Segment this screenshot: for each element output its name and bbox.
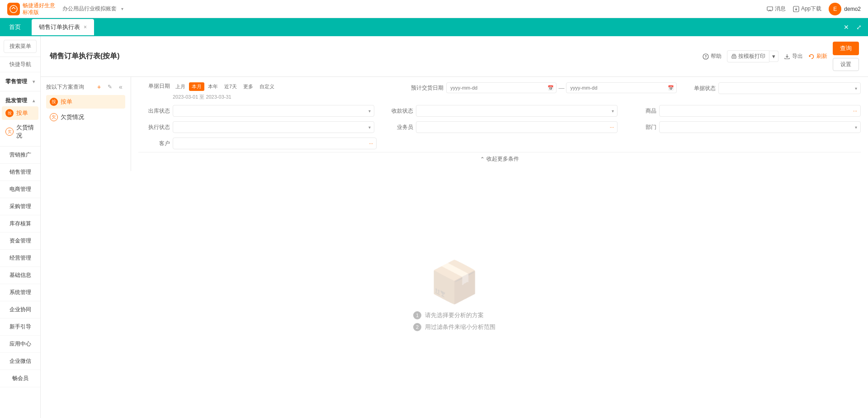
date-tab-this-year[interactable]: 本年 xyxy=(205,82,221,91)
filter-scheme-panel: 按以下方案查询 + ✎ « 按 按单 欠 欠货情况 xyxy=(41,77,131,171)
dept-select[interactable] xyxy=(659,121,861,133)
download-icon xyxy=(793,6,799,12)
date-sep: — xyxy=(558,85,564,91)
date-tab-custom[interactable]: 自定义 xyxy=(257,82,277,91)
date-tab-this-month[interactable]: 本月 xyxy=(189,82,204,91)
logo-icon xyxy=(7,3,20,15)
sidebar-item-finance[interactable]: 资金管理 xyxy=(0,233,40,250)
empty-illustration: 📦 xyxy=(429,258,480,306)
sidebar-item-newbie[interactable]: 新手引导 xyxy=(0,318,40,336)
edit-scheme-button[interactable]: ✎ xyxy=(105,82,114,91)
help-button[interactable]: 帮助 xyxy=(703,52,722,60)
expected-to-wrap: 📅 xyxy=(566,82,676,93)
dept-label: 部门 xyxy=(625,124,656,131)
payment-control: ▾ xyxy=(416,105,618,117)
print-button[interactable]: 按模板打印 xyxy=(727,50,769,62)
payment-label: 收款状态 xyxy=(382,107,413,115)
main-layout: 搜索菜单 快捷导航 零售管理 ▾ 批发管理 ▴ 按 按单 欠 欠货情况 xyxy=(0,36,868,418)
topbar-right: 消息 App下载 E demo2 xyxy=(767,3,861,15)
date-tab-more[interactable]: 更多 xyxy=(241,82,256,91)
sidebar: 搜索菜单 快捷导航 零售管理 ▾ 批发管理 ▴ 按 按单 欠 欠货情况 xyxy=(0,36,41,418)
sidebar-item-ecommerce[interactable]: 电商管理 xyxy=(0,181,40,198)
payment-select[interactable] xyxy=(416,105,618,117)
svg-rect-6 xyxy=(733,57,735,57)
status-select[interactable] xyxy=(718,82,861,94)
messages-button[interactable]: 消息 xyxy=(767,5,786,13)
search-menu-button[interactable]: 搜索菜单 xyxy=(4,40,37,53)
title-dropdown-icon[interactable]: ▾ xyxy=(121,6,123,11)
topbar-left: 畅捷通好生意 标准版 办公用品行业模拟账套 ▾ xyxy=(7,2,123,15)
customer-control: ··· xyxy=(173,138,377,149)
sidebar-item-system[interactable]: 系统管理 xyxy=(0,284,40,301)
sidebar-item-corp[interactable]: 企业协同 xyxy=(0,301,40,318)
user-profile[interactable]: E demo2 xyxy=(829,3,861,15)
goods-filter: 商品 ··· xyxy=(625,105,861,117)
sidebar-item-order[interactable]: 按 按单 xyxy=(2,106,38,120)
delivery-select[interactable] xyxy=(173,105,374,117)
customer-label: 客户 xyxy=(138,140,170,147)
salesman-input[interactable] xyxy=(416,121,618,133)
sidebar-item-marketing[interactable]: 营销推广 xyxy=(0,147,40,164)
sidebar-item-operation[interactable]: 经营管理 xyxy=(0,250,40,267)
sidebar-section-wholesale-header[interactable]: 批发管理 ▴ xyxy=(2,95,38,106)
sidebar-item-sales[interactable]: 销售管理 xyxy=(0,164,40,181)
sidebar-item-app-center[interactable]: 应用中心 xyxy=(0,336,40,353)
scheme-item-order[interactable]: 按 按单 xyxy=(46,95,125,109)
scheme-actions: + ✎ « xyxy=(94,82,125,91)
sidebar-item-debt[interactable]: 欠 欠货情况 xyxy=(2,121,38,142)
tab-active[interactable]: 销售订单执行表 × xyxy=(32,19,94,35)
date-filter-group: 单据日期 上月 本月 本年 近7天 更多 自定义 20 xyxy=(138,82,404,100)
query-button[interactable]: 查询 xyxy=(833,42,859,55)
window-expand-button[interactable]: ⤢ xyxy=(854,22,864,33)
customer-input[interactable] xyxy=(173,138,377,149)
salesman-filter: 业务员 ··· xyxy=(382,121,618,133)
print-dropdown-button[interactable]: ▾ xyxy=(769,51,778,62)
sidebar-section-retail-header[interactable]: 零售管理 ▾ xyxy=(2,76,38,87)
sidebar-item-purchase[interactable]: 采购管理 xyxy=(0,198,40,215)
filter-row-area: 按以下方案查询 + ✎ « 按 按单 欠 欠货情况 xyxy=(41,77,868,171)
settings-button[interactable]: 设置 xyxy=(833,58,859,71)
page-actions: 帮助 按模板打印 ▾ 导出 刷新 查询 xyxy=(703,42,859,71)
date-tab-7days[interactable]: 近7天 xyxy=(222,82,240,91)
payment-filter: 收款状态 ▾ xyxy=(382,105,618,117)
exec-control: ▾ xyxy=(173,121,374,133)
exec-label: 执行状态 xyxy=(138,124,170,131)
retail-expand-icon: ▾ xyxy=(33,79,35,84)
sidebar-item-member[interactable]: 畅会员 xyxy=(0,370,40,387)
sidebar-item-inventory[interactable]: 库存核算 xyxy=(0,215,40,233)
sidebar-item-basic[interactable]: 基础信息 xyxy=(0,267,40,284)
scheme-item-debt[interactable]: 欠 欠货情况 xyxy=(46,110,125,124)
scheme-order-icon: 按 xyxy=(50,98,58,106)
sidebar-section-wholesale: 批发管理 ▴ 按 按单 欠 欠货情况 xyxy=(0,91,40,147)
expected-from-input[interactable] xyxy=(446,82,557,93)
collapse-more-button[interactable]: ⌃ 收起更多条件 xyxy=(138,152,861,166)
sidebar-item-quick-nav[interactable]: 快捷导航 xyxy=(0,57,40,72)
message-icon xyxy=(767,6,773,12)
tabbar: 首页 销售订单执行表 × ✕ ⤢ xyxy=(0,18,868,36)
date-tab-last-month[interactable]: 上月 xyxy=(173,82,188,91)
collapse-scheme-button[interactable]: « xyxy=(116,82,125,91)
date-range-text: 2023-03-01 至 2023-03-31 xyxy=(173,94,404,100)
sidebar-item-wechat[interactable]: 企业微信 xyxy=(0,353,40,370)
add-scheme-button[interactable]: + xyxy=(94,82,104,91)
delivery-filter: 出库状态 ▾ xyxy=(138,105,374,117)
export-button[interactable]: 导出 xyxy=(784,52,803,60)
exec-select[interactable] xyxy=(173,121,374,133)
export-icon xyxy=(784,53,790,60)
delivery-label: 出库状态 xyxy=(138,107,170,115)
page-title: 销售订单执行表(按单) xyxy=(50,52,120,61)
expected-date-filter: 预计交货日期 📅 — 📅 xyxy=(411,82,676,93)
tab-home[interactable]: 首页 xyxy=(0,18,30,36)
app-download-button[interactable]: App下载 xyxy=(793,5,821,13)
refresh-button[interactable]: 刷新 xyxy=(808,52,827,60)
expected-to-input[interactable] xyxy=(566,82,676,93)
goods-input[interactable] xyxy=(659,105,861,117)
tab-close-icon[interactable]: × xyxy=(84,24,87,30)
filter-panel: 按以下方案查询 + ✎ « 按 按单 欠 欠货情况 xyxy=(41,77,868,171)
expected-date-label: 预计交货日期 xyxy=(411,84,443,92)
window-close-button[interactable]: ✕ xyxy=(841,22,852,33)
refresh-icon xyxy=(808,53,815,60)
expected-from-wrap: 📅 xyxy=(446,82,557,93)
customer-filter: 客户 ··· xyxy=(138,138,377,149)
empty-state: 📦 1 请先选择要分析的方案 2 用过滤条件来缩小分析范围 xyxy=(41,171,868,418)
